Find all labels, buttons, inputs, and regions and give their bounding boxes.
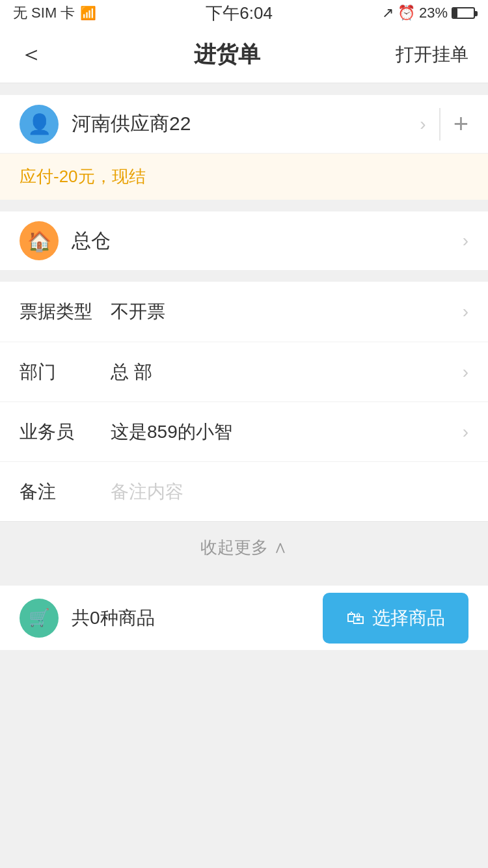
ticket-type-value: 不开票 — [111, 299, 463, 324]
background-fill — [0, 650, 488, 845]
collapse-button[interactable]: 收起更多 ∧ — [0, 521, 488, 573]
warehouse-icon-wrap: 🏠 — [20, 221, 59, 260]
collapse-label: 收起更多 ∧ — [200, 536, 287, 559]
wifi-icon: 📶 — [80, 5, 96, 21]
remark-input[interactable]: 备注内容 — [111, 480, 468, 504]
alarm-icon: ⏰ — [398, 5, 415, 21]
supplier-name: 河南供应商22 — [72, 111, 420, 137]
status-left: 无 SIM 卡 📶 — [13, 3, 96, 23]
department-value: 总 部 — [111, 360, 463, 385]
carrier-label: 无 SIM 卡 — [13, 3, 75, 23]
form-card: 票据类型 不开票 › 部门 总 部 › 业务员 这是859的小智 › 备注 备注… — [0, 282, 488, 573]
open-pending-button[interactable]: 打开挂单 — [396, 42, 468, 67]
product-icon-wrap: 🛒 — [20, 599, 59, 638]
salesperson-value: 这是859的小智 — [111, 420, 463, 444]
supplier-actions: › — [420, 114, 426, 135]
product-count-label: 共0种商品 — [72, 606, 323, 631]
section-gap-1 — [0, 83, 488, 95]
product-bar: 🛒 共0种商品 🛍 选择商品 — [0, 585, 488, 650]
status-right: ↗ ⏰ 23% — [382, 5, 475, 21]
product-icon: 🛒 — [29, 608, 49, 628]
warehouse-label: 总仓 — [72, 228, 463, 254]
back-button[interactable]: ＜ — [20, 38, 59, 70]
department-chevron-icon: › — [463, 362, 468, 383]
warehouse-row[interactable]: 🏠 总仓 › — [0, 211, 488, 270]
supplier-chevron-icon: › — [420, 114, 426, 135]
salesperson-chevron-icon: › — [463, 422, 468, 442]
supplier-card: 👤 河南供应商22 › + 应付-20元，现结 — [0, 95, 488, 200]
nav-bar: ＜ 进货单 打开挂单 — [0, 26, 488, 83]
status-bar: 无 SIM 卡 📶 下午6:04 ↗ ⏰ 23% — [0, 0, 488, 26]
salesperson-row[interactable]: 业务员 这是859的小智 › — [0, 401, 488, 461]
section-gap-2 — [0, 200, 488, 211]
select-product-icon: 🛍 — [346, 607, 364, 629]
select-product-label: 选择商品 — [372, 606, 445, 631]
salesperson-label: 业务员 — [20, 420, 111, 444]
page-title: 进货单 — [194, 40, 260, 70]
department-label: 部门 — [20, 360, 111, 385]
ticket-type-chevron-icon: › — [463, 301, 468, 322]
add-supplier-button[interactable]: + — [454, 109, 468, 139]
battery-percent: 23% — [419, 5, 448, 21]
notice-banner: 应付-20元，现结 — [0, 154, 488, 200]
status-time: 下午6:04 — [206, 2, 273, 25]
battery-icon — [452, 7, 475, 19]
notice-text: 应付-20元，现结 — [20, 167, 146, 186]
warehouse-card: 🏠 总仓 › — [0, 211, 488, 270]
warehouse-chevron-icon: › — [463, 230, 468, 251]
section-gap-3 — [0, 270, 488, 282]
remark-label: 备注 — [20, 480, 111, 504]
location-icon: ↗ — [382, 5, 394, 21]
remark-row[interactable]: 备注 备注内容 — [0, 461, 488, 521]
department-row[interactable]: 部门 总 部 › — [0, 342, 488, 401]
divider-vertical — [439, 108, 441, 141]
ticket-type-label: 票据类型 — [20, 299, 111, 324]
ticket-type-row[interactable]: 票据类型 不开票 › — [0, 282, 488, 342]
warehouse-icon: 🏠 — [27, 230, 51, 252]
select-product-button[interactable]: 🛍 选择商品 — [323, 593, 468, 644]
avatar-icon: 👤 — [27, 113, 51, 135]
section-gap-4 — [0, 573, 488, 585]
avatar: 👤 — [20, 105, 59, 144]
supplier-row[interactable]: 👤 河南供应商22 › + — [0, 95, 488, 154]
